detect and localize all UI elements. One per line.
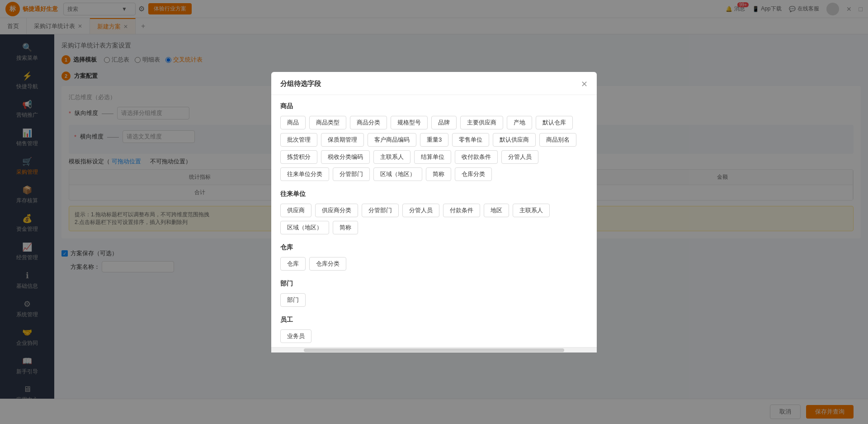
field-section-往来单位: 往来单位供应商供应商分类分管部门分管人员付款条件地区主联系人区域（地区）简称 [280,190,588,234]
field-tag[interactable]: 往来单位分类 [280,167,329,181]
field-tag[interactable]: 分管部门 [333,167,370,181]
field-tag[interactable]: 结算单位 [414,150,451,164]
field-tag[interactable]: 批次管理 [280,133,317,147]
field-tag[interactable]: 简称 [333,221,358,234]
field-tag[interactable]: 供应商分类 [315,204,358,217]
field-tag[interactable]: 商品 [280,116,306,129]
field-tag[interactable]: 仓库 [280,257,306,271]
field-tag[interactable]: 分管人员 [402,204,439,217]
modal-body[interactable]: 商品商品商品类型商品分类规格型号品牌主要供应商产地默认仓库批次管理保质期管理客户… [271,95,597,347]
field-tag[interactable]: 品牌 [431,116,457,129]
field-tag[interactable]: 供应商 [280,204,311,217]
field-tag[interactable]: 区域（地区） [373,167,422,181]
field-tags: 商品商品类型商品分类规格型号品牌主要供应商产地默认仓库批次管理保质期管理客户商品… [280,116,588,181]
field-tag[interactable]: 分管人员 [501,150,538,164]
field-section-title: 仓库 [280,243,588,252]
field-tag[interactable]: 零售单位 [452,133,489,147]
field-section-title: 部门 [280,280,588,288]
field-tag[interactable]: 仓库分类 [455,167,492,181]
field-tag[interactable]: 拣货积分 [280,150,317,164]
modal-hscroll-thumb [304,348,564,352]
field-tags: 供应商供应商分类分管部门分管人员付款条件地区主联系人区域（地区）简称 [280,204,588,234]
field-tag[interactable]: 分管部门 [362,204,399,217]
field-tag[interactable]: 客户商品编码 [368,133,416,147]
field-section-员工: 员工业务员 [280,316,588,343]
field-tag[interactable]: 重量3 [420,133,448,147]
field-section-仓库: 仓库仓库仓库分类 [280,243,588,271]
field-section-部门: 部门部门 [280,280,588,307]
field-tag[interactable]: 区域（地区） [280,221,329,234]
field-tags: 部门 [280,293,588,307]
modal-title: 分组待选字段 [280,80,321,88]
field-tag[interactable]: 商品分类 [350,116,387,129]
field-tag[interactable]: 税收分类编码 [321,150,370,164]
field-tag[interactable]: 简称 [426,167,451,181]
field-tag[interactable]: 默认仓库 [536,116,573,129]
field-tag[interactable]: 业务员 [280,329,311,343]
field-section-title: 员工 [280,316,588,324]
field-tag[interactable]: 产地 [507,116,532,129]
field-tag[interactable]: 商品类型 [309,116,346,129]
field-tag[interactable]: 主联系人 [513,204,550,217]
modal-horizontal-scrollbar[interactable] [271,347,597,353]
field-tag[interactable]: 商品别名 [539,133,576,147]
modal: 分组待选字段 ✕ 商品商品商品类型商品分类规格型号品牌主要供应商产地默认仓库批次… [271,72,597,353]
field-tag[interactable]: 地区 [484,204,509,217]
field-tag[interactable]: 付款条件 [443,204,480,217]
modal-close-btn[interactable]: ✕ [581,79,588,89]
field-tag[interactable]: 主联系人 [373,150,410,164]
field-tag[interactable]: 主要供应商 [460,116,503,129]
field-section-title: 往来单位 [280,190,588,198]
field-tag[interactable]: 默认供应商 [493,133,536,147]
field-tag[interactable]: 规格型号 [391,116,428,129]
modal-header: 分组待选字段 ✕ [271,72,597,95]
field-section-title: 商品 [280,102,588,110]
field-tag[interactable]: 保质期管理 [321,133,364,147]
modal-overlay: 分组待选字段 ✕ 商品商品商品类型商品分类规格型号品牌主要供应商产地默认仓库批次… [0,0,868,424]
field-section-商品: 商品商品商品类型商品分类规格型号品牌主要供应商产地默认仓库批次管理保质期管理客户… [280,102,588,181]
field-tag[interactable]: 部门 [280,293,306,307]
field-tag[interactable]: 收付款条件 [455,150,498,164]
field-tags: 业务员 [280,329,588,343]
field-tag[interactable]: 仓库分类 [309,257,346,271]
field-tags: 仓库仓库分类 [280,257,588,271]
